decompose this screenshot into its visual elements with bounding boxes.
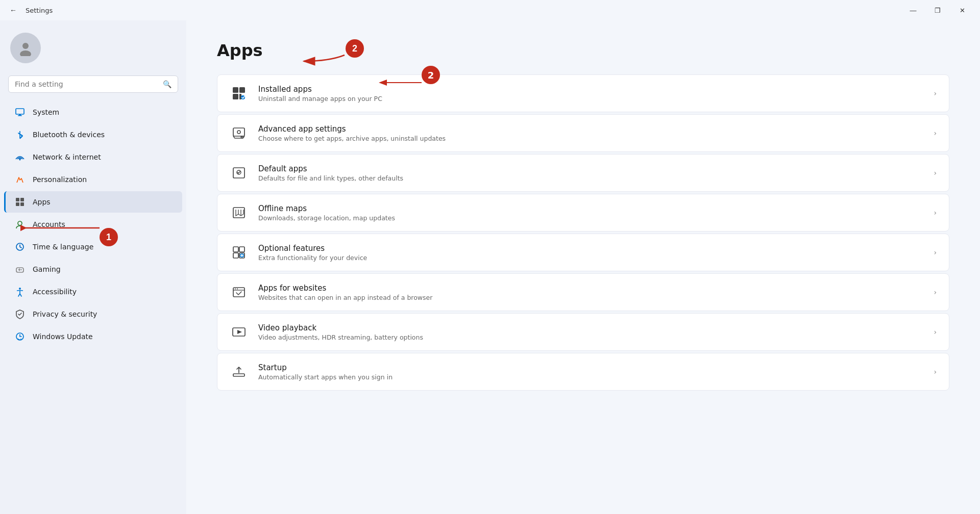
avatar xyxy=(10,33,41,63)
default-apps-card[interactable]: Default apps Defaults for file and link … xyxy=(217,154,949,192)
svg-rect-21 xyxy=(233,128,244,136)
svg-point-1 xyxy=(20,50,31,56)
sidebar: 🔍 System Bluetooth & devices xyxy=(0,20,186,514)
advanced-app-settings-text: Advanced app settings Choose where to ge… xyxy=(258,124,925,142)
sidebar-item-apps[interactable]: Apps xyxy=(4,191,182,213)
sidebar-item-network[interactable]: Network & internet xyxy=(4,146,182,168)
startup-card[interactable]: Startup Automatically start apps when yo… xyxy=(217,353,949,391)
sidebar-item-windows-update[interactable]: Windows Update xyxy=(4,326,182,347)
svg-point-20 xyxy=(241,95,245,99)
advanced-app-settings-subtitle: Choose where to get apps, archive apps, … xyxy=(258,135,925,142)
startup-icon xyxy=(230,363,248,381)
installed-apps-title: Installed apps xyxy=(258,85,925,94)
search-box[interactable]: 🔍 xyxy=(8,75,178,93)
maximize-button[interactable]: ❐ xyxy=(926,2,949,18)
minimize-button[interactable]: — xyxy=(901,2,925,18)
gaming-icon xyxy=(14,264,26,275)
installed-apps-text: Installed apps Uninstall and manage apps… xyxy=(258,85,925,102)
network-icon xyxy=(14,151,26,163)
svg-rect-18 xyxy=(233,94,238,99)
sidebar-item-accounts-label: Accounts xyxy=(33,220,65,228)
sidebar-item-privacy-label: Privacy & security xyxy=(33,310,97,318)
sidebar-item-accounts[interactable]: Accounts xyxy=(4,214,182,235)
svg-rect-16 xyxy=(233,87,238,93)
default-apps-icon xyxy=(230,164,248,182)
sidebar-item-accessibility[interactable]: Accessibility xyxy=(4,281,182,302)
sidebar-item-personalization[interactable]: Personalization xyxy=(4,169,182,190)
optional-features-text: Optional features Extra functionality fo… xyxy=(258,244,925,262)
page-title: Apps xyxy=(217,41,949,60)
svg-point-0 xyxy=(22,43,29,49)
svg-rect-3 xyxy=(18,115,22,116)
svg-marker-36 xyxy=(237,330,242,334)
sidebar-item-privacy[interactable]: Privacy & security xyxy=(4,303,182,325)
video-playback-chevron: › xyxy=(934,328,937,336)
svg-rect-37 xyxy=(233,374,244,376)
app-title: Settings xyxy=(26,7,53,14)
video-playback-title: Video playback xyxy=(258,323,925,332)
default-apps-text: Default apps Defaults for file and link … xyxy=(258,164,925,182)
accounts-icon xyxy=(14,219,26,230)
time-icon xyxy=(14,241,26,252)
advanced-app-chevron: › xyxy=(934,129,937,137)
main-layout: 🔍 System Bluetooth & devices xyxy=(0,20,980,514)
sidebar-item-network-label: Network & internet xyxy=(33,153,101,161)
installed-apps-icon xyxy=(230,84,248,102)
offline-maps-text: Offline maps Downloads, storage location… xyxy=(258,204,925,222)
startup-chevron: › xyxy=(934,368,937,376)
svg-rect-2 xyxy=(16,109,24,114)
svg-rect-9 xyxy=(20,202,24,206)
apps-for-websites-text: Apps for websites Websites that can open… xyxy=(258,284,925,301)
svg-point-34 xyxy=(237,289,238,290)
personalization-icon xyxy=(14,174,26,185)
video-playback-card[interactable]: Video playback Video adjustments, HDR st… xyxy=(217,313,949,351)
svg-rect-17 xyxy=(239,87,245,93)
offline-maps-card[interactable]: Offline maps Downloads, storage location… xyxy=(217,194,949,232)
svg-rect-6 xyxy=(16,198,19,201)
search-icon: 🔍 xyxy=(163,80,172,88)
apps-for-websites-subtitle: Websites that can open in an app instead… xyxy=(258,294,925,301)
offline-maps-title: Offline maps xyxy=(258,204,925,213)
installed-apps-card[interactable]: Installed apps Uninstall and manage apps… xyxy=(217,74,949,112)
close-button[interactable]: ✕ xyxy=(950,2,974,18)
svg-point-5 xyxy=(19,159,21,161)
sidebar-item-gaming-label: Gaming xyxy=(33,265,61,273)
system-icon xyxy=(14,107,26,118)
svg-rect-28 xyxy=(239,247,244,252)
default-apps-title: Default apps xyxy=(258,164,925,173)
apps-for-websites-card[interactable]: Apps for websites Websites that can open… xyxy=(217,273,949,311)
sidebar-item-time[interactable]: Time & language xyxy=(4,236,182,258)
svg-point-22 xyxy=(237,131,240,134)
installed-apps-chevron: › xyxy=(934,89,937,97)
startup-text: Startup Automatically start apps when yo… xyxy=(258,363,925,381)
video-playback-icon xyxy=(230,323,248,341)
sidebar-item-system-label: System xyxy=(33,108,59,116)
back-button[interactable]: ← xyxy=(6,3,20,17)
advanced-app-settings-card[interactable]: Advanced app settings Choose where to ge… xyxy=(217,114,949,152)
sidebar-item-bluetooth-label: Bluetooth & devices xyxy=(33,131,105,139)
optional-features-card[interactable]: Optional features Extra functionality fo… xyxy=(217,234,949,271)
svg-point-33 xyxy=(235,289,236,290)
apps-for-websites-title: Apps for websites xyxy=(258,284,925,293)
default-apps-chevron: › xyxy=(934,169,937,177)
sidebar-item-system[interactable]: System xyxy=(4,101,182,123)
installed-apps-subtitle: Uninstall and manage apps on your PC xyxy=(258,95,925,102)
apps-for-websites-chevron: › xyxy=(934,288,937,296)
sidebar-item-bluetooth[interactable]: Bluetooth & devices xyxy=(4,124,182,145)
search-input[interactable] xyxy=(15,80,159,88)
svg-rect-29 xyxy=(233,253,238,258)
content-area: Apps Installed apps Uninstall and manage… xyxy=(186,20,980,514)
optional-features-chevron: › xyxy=(934,248,937,256)
sidebar-item-update-label: Windows Update xyxy=(33,332,93,341)
svg-rect-26 xyxy=(233,208,244,218)
svg-point-13 xyxy=(21,269,22,270)
default-apps-subtitle: Defaults for file and link types, other … xyxy=(258,174,925,182)
offline-maps-subtitle: Downloads, storage location, map updates xyxy=(258,214,925,222)
window-controls: — ❐ ✕ xyxy=(901,2,974,18)
update-icon xyxy=(14,331,26,342)
optional-features-icon xyxy=(230,243,248,262)
bluetooth-icon xyxy=(14,129,26,140)
avatar-section xyxy=(0,29,186,75)
svg-rect-27 xyxy=(233,247,238,252)
sidebar-item-gaming[interactable]: Gaming xyxy=(4,259,182,280)
